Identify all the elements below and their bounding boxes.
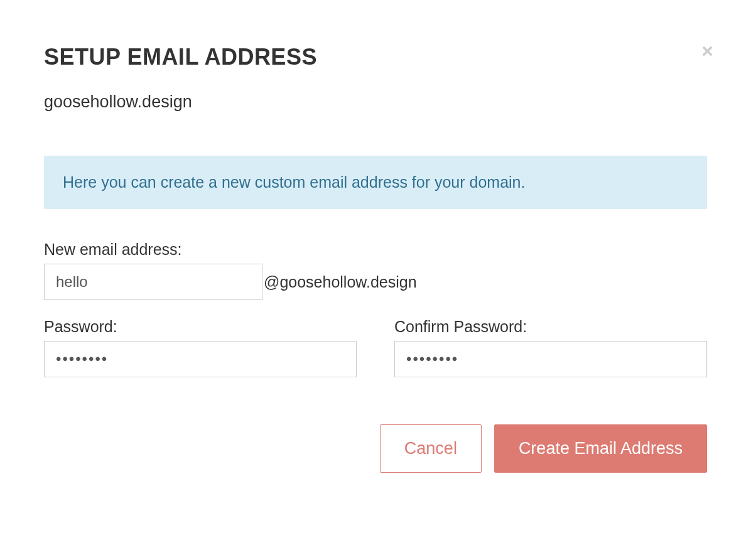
button-row: Cancel Create Email Address <box>44 424 707 473</box>
email-local-input[interactable] <box>44 264 262 300</box>
cancel-button[interactable]: Cancel <box>380 424 482 473</box>
create-email-button[interactable]: Create Email Address <box>494 424 707 473</box>
domain-suffix: @goosehollow.design <box>262 273 417 291</box>
close-button[interactable]: × <box>701 41 713 61</box>
confirm-password-column: Confirm Password: <box>394 318 707 377</box>
confirm-password-input[interactable] <box>394 341 707 377</box>
email-input-row: @goosehollow.design <box>44 264 707 300</box>
password-row: Password: Confirm Password: <box>44 318 707 377</box>
confirm-password-label: Confirm Password: <box>394 318 707 336</box>
modal-title: SETUP EMAIL ADDRESS <box>44 44 707 70</box>
domain-name: goosehollow.design <box>44 92 707 112</box>
password-label: Password: <box>44 318 357 336</box>
info-banner: Here you can create a new custom email a… <box>44 156 707 209</box>
password-column: Password: <box>44 318 357 377</box>
email-form-row: New email address: @goosehollow.design <box>44 240 707 300</box>
close-icon: × <box>701 40 713 62</box>
password-input[interactable] <box>44 341 357 377</box>
email-label: New email address: <box>44 240 707 259</box>
modal-header: SETUP EMAIL ADDRESS × goosehollow.design <box>44 44 707 112</box>
